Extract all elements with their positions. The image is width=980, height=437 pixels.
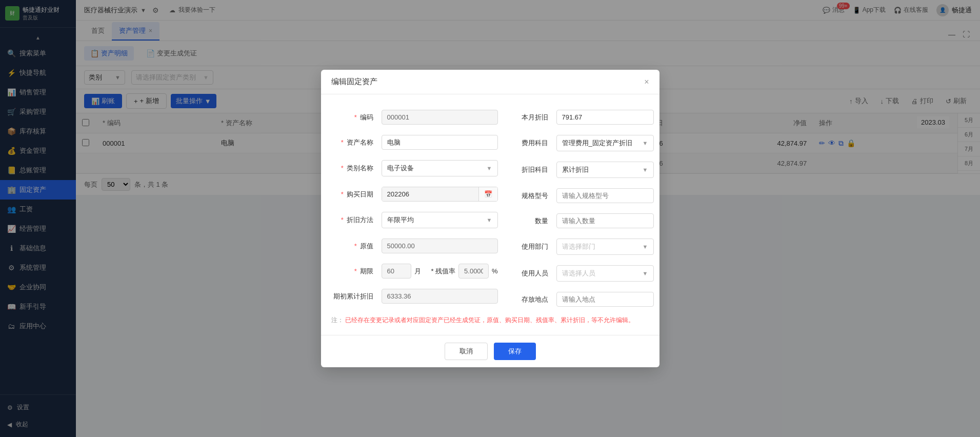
name-input[interactable] <box>382 135 498 150</box>
notice-text: 注： 已经存在变更记录或者对应固定资产已经生成凭证，原值、购买日期、残值率、累计… <box>331 312 649 325</box>
form-row-original-value: * 原值 <box>331 233 498 259</box>
quantity-input[interactable] <box>556 213 654 228</box>
form-row-expense-account: 费用科目 管理费用_固定资产折旧 ▼ <box>506 130 654 156</box>
original-value-input[interactable] <box>382 239 498 253</box>
form-row-depreciation-account: 折旧科目 累计折旧 ▼ <box>506 156 654 183</box>
form-row-purchase-date: * 购买日期 📅 <box>331 182 498 207</box>
save-button[interactable]: 保存 <box>494 343 536 360</box>
form-row-spec-model: 规格型号 <box>506 183 654 208</box>
form-row-department: 使用部门 请选择部门 ▼ <box>506 233 654 260</box>
category-select[interactable]: 电子设备 ▼ <box>382 160 498 176</box>
form-row-depreciation-method: * 折旧方法 年限平均 ▼ <box>331 207 498 233</box>
edit-asset-modal: 编辑固定资产 × * 编码 <box>321 70 659 367</box>
form-row-name: * 资产名称 <box>331 130 498 155</box>
form-row-location: 存放地点 <box>506 287 654 312</box>
period-label: * 期限 <box>331 267 377 276</box>
depreciation-method-label: * 折旧方法 <box>331 215 377 225</box>
form-row-category: * 类别名称 电子设备 ▼ <box>331 155 498 182</box>
form-row-personnel: 使用人员 请选择人员 ▼ <box>506 260 654 287</box>
personnel-select[interactable]: 请选择人员 ▼ <box>556 265 654 282</box>
category-label: * 类别名称 <box>331 164 377 173</box>
purchase-date-wrap: 📅 <box>382 187 498 202</box>
category-select-arrow: ▼ <box>487 165 492 171</box>
calendar-icon[interactable]: 📅 <box>478 187 497 201</box>
location-label: 存放地点 <box>506 295 552 304</box>
form-row-period: * 期限 月 * 残值率 % <box>331 259 498 284</box>
depreciation-account-select[interactable]: 累计折旧 ▼ <box>556 162 654 178</box>
code-label: * 编码 <box>331 113 377 122</box>
monthly-depreciation-input[interactable] <box>556 110 654 125</box>
notice-content: 已经存在变更记录或者对应固定资产已经生成凭证，原值、购买日期、残值率、累计折旧，… <box>345 316 634 324</box>
method-select-arrow: ▼ <box>487 217 492 223</box>
cancel-button[interactable]: 取消 <box>445 343 488 360</box>
code-input[interactable] <box>382 110 498 125</box>
expense-account-select[interactable]: 管理费用_固定资产折旧 ▼ <box>556 135 654 151</box>
spec-model-label: 规格型号 <box>506 191 552 201</box>
spec-model-input[interactable] <box>556 188 654 203</box>
name-label: * 资产名称 <box>331 138 377 147</box>
form-row-cumulative: 期初累计折旧 <box>331 284 498 309</box>
depreciation-method-select[interactable]: 年限平均 ▼ <box>382 212 498 228</box>
form-row-code: * 编码 <box>331 105 498 130</box>
form-row-quantity: 数量 <box>506 208 654 233</box>
period-input[interactable] <box>382 264 412 279</box>
quantity-label: 数量 <box>506 216 552 226</box>
period-unit: 月 <box>414 267 421 276</box>
original-value-label: * 原值 <box>331 242 377 251</box>
purchase-date-label: * 购买日期 <box>331 190 377 199</box>
monthly-depreciation-label: 本月折旧 <box>506 113 552 122</box>
notice-prefix: 注： <box>331 316 344 324</box>
form-row-monthly-depreciation: 本月折旧 <box>506 105 654 130</box>
depreciation-account-arrow: ▼ <box>643 167 648 173</box>
department-select[interactable]: 请选择部门 ▼ <box>556 239 654 255</box>
department-select-arrow: ▼ <box>643 244 648 250</box>
residual-rate-label: * 残值率 <box>424 267 455 276</box>
expense-account-label: 费用科目 <box>506 138 552 148</box>
personnel-label: 使用人员 <box>506 269 552 278</box>
purchase-date-input[interactable] <box>382 187 478 201</box>
location-input[interactable] <box>556 292 654 307</box>
department-label: 使用部门 <box>506 242 552 251</box>
modal-body: * 编码 * 资产名称 <box>321 94 659 335</box>
form-left-col: * 编码 * 资产名称 <box>331 105 498 312</box>
modal-header: 编辑固定资产 × <box>321 70 659 94</box>
residual-rate-input[interactable] <box>458 264 489 279</box>
modal-close-button[interactable]: × <box>644 77 649 87</box>
cumulative-input[interactable] <box>382 289 498 304</box>
modal-footer: 取消 保存 <box>321 335 659 367</box>
personnel-select-arrow: ▼ <box>643 270 648 276</box>
form-grid: * 编码 * 资产名称 <box>331 105 649 312</box>
depreciation-account-label: 折旧科目 <box>506 165 552 174</box>
modal-title: 编辑固定资产 <box>331 77 377 87</box>
residual-pct-sign: % <box>492 267 498 275</box>
modal-overlay: 编辑固定资产 × * 编码 <box>0 0 980 437</box>
cumulative-label: 期初累计折旧 <box>331 292 377 301</box>
period-container: 月 * 残值率 % <box>382 264 498 279</box>
expense-account-arrow: ▼ <box>643 140 648 146</box>
form-right-col: 本月折旧 费用科目 管理费用_固定资产折旧 ▼ <box>498 105 654 312</box>
